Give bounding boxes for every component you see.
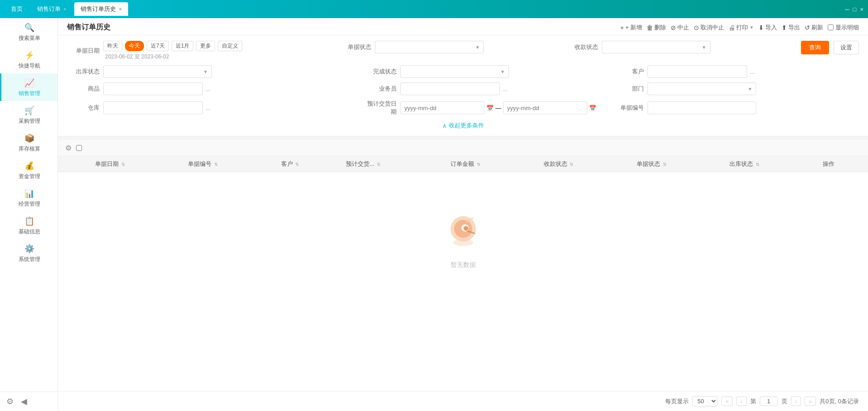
table-area: ⚙ 单据日期 ⇅ 单据编号 ⇅: [58, 140, 868, 391]
payment-status-select[interactable]: ▼: [602, 41, 710, 53]
sidebar-item-system[interactable]: ⚙️ 系统管理: [0, 239, 58, 267]
close-tab-sales-order-icon[interactable]: ×: [63, 6, 66, 12]
th-outbound-status[interactable]: 出库状态 ⇅: [725, 156, 818, 172]
window-minimize-icon[interactable]: ─: [845, 6, 849, 13]
refresh-button[interactable]: ↺ 刷新: [805, 24, 823, 32]
sidebar-item-management[interactable]: 📊 经营管理: [0, 184, 58, 212]
delete-icon: 🗑: [647, 24, 653, 31]
svg-point-4: [464, 226, 468, 231]
new-label: + 新增: [625, 24, 642, 32]
th-order-status[interactable]: 单据状态 ⇅: [632, 156, 725, 172]
warehouse-dots[interactable]: ...: [206, 105, 211, 111]
delete-button[interactable]: 🗑 删除: [647, 24, 666, 32]
page-input[interactable]: 1: [760, 396, 778, 406]
per-page-select[interactable]: 50 10 20 100: [692, 396, 718, 406]
sidebar-item-inventory[interactable]: 📦 库存核算: [0, 129, 58, 156]
refresh-icon: ↺: [805, 24, 810, 31]
date-yesterday-btn[interactable]: 昨天: [103, 41, 122, 51]
department-select[interactable]: ▼: [647, 82, 756, 95]
date-from-input[interactable]: [400, 102, 484, 114]
sidebar-bottom: ⚙ ◀: [0, 392, 58, 411]
complete-status-select[interactable]: ▼: [400, 65, 509, 78]
warehouse-label: 仓库: [67, 104, 103, 112]
collapse-bar[interactable]: ∧ 收起更多条件: [67, 119, 859, 131]
outbound-status-select[interactable]: ▼: [103, 65, 212, 78]
th-amount[interactable]: 订单金额 ⇅: [446, 156, 539, 172]
sidebar: 🔍 搜索菜单 ⚡ 快捷导航 📈 销售管理 🛒 采购管理 📦 库存核算 💰 资金管…: [0, 18, 58, 411]
action-btns: 查询 设置: [801, 41, 859, 54]
select-all-checkbox[interactable]: [76, 145, 82, 151]
th-expected-date[interactable]: 预计交货... ⇅: [341, 156, 446, 172]
tab-home[interactable]: 首页: [5, 2, 29, 16]
tab-sales-order-history[interactable]: 销售订单历史 ×: [74, 2, 128, 16]
customer-dots[interactable]: ...: [750, 68, 755, 75]
date-7days-btn[interactable]: 近7天: [147, 41, 169, 51]
sidebar-management-label: 经营管理: [19, 200, 40, 208]
window-close-icon[interactable]: ×: [860, 6, 863, 13]
th-order-no-sort-icon: ⇅: [214, 162, 218, 167]
th-checkbox: [74, 156, 91, 172]
last-page-button[interactable]: »: [805, 396, 816, 406]
sidebar-item-finance[interactable]: 💰 资金管理: [0, 156, 58, 184]
product-input[interactable]: [103, 82, 203, 95]
stop-label: 中止: [677, 24, 689, 32]
stop-button[interactable]: ⊘ 中止: [671, 24, 689, 32]
print-button[interactable]: 🖨 打印 ▼: [729, 24, 754, 32]
sidebar-item-quicknav[interactable]: ⚡ 快捷导航: [0, 46, 58, 73]
first-page-button[interactable]: «: [721, 396, 733, 406]
per-page-label: 每页显示: [665, 397, 689, 406]
sidebar-item-sales[interactable]: 📈 销售管理: [0, 73, 58, 101]
sidebar-item-search[interactable]: 🔍 搜索菜单: [0, 18, 58, 46]
next-page-button[interactable]: ›: [791, 396, 801, 406]
collapse-up-icon: ∧: [442, 122, 447, 129]
close-tab-sales-order-history-icon[interactable]: ×: [119, 6, 121, 12]
outbound-status-label: 出库状态: [67, 68, 103, 76]
new-button[interactable]: + + 新增: [620, 24, 642, 32]
import-button[interactable]: ⬇ 导入: [758, 24, 777, 32]
payment-status-chevron-icon: ▼: [702, 45, 706, 50]
order-no-input[interactable]: [647, 102, 756, 114]
sidebar-item-basic-info[interactable]: 📋 基础信息: [0, 212, 58, 239]
date-1month-btn[interactable]: 近1月: [172, 41, 194, 51]
date-separator: —: [495, 105, 501, 111]
window-maximize-icon[interactable]: □: [853, 6, 857, 13]
cancel-stop-icon: ⊙: [694, 24, 699, 31]
tab-sales-order[interactable]: 销售订单 ×: [31, 2, 72, 16]
calendar-from-icon[interactable]: 📅: [486, 105, 494, 111]
th-payment-status[interactable]: 收款状态 ⇅: [539, 156, 632, 172]
date-more-btn[interactable]: 更多: [196, 41, 215, 51]
customer-label: 客户: [611, 68, 647, 76]
customer-input[interactable]: [647, 65, 747, 78]
sidebar-settings-icon[interactable]: ⚙: [6, 396, 14, 406]
cancel-stop-button[interactable]: ⊙ 取消中止: [694, 24, 724, 32]
setting-button[interactable]: 设置: [834, 41, 859, 54]
th-order-no[interactable]: 单据编号 ⇅: [183, 156, 276, 172]
calendar-to-icon[interactable]: 📅: [589, 105, 596, 111]
table-toolbar: ⚙: [58, 140, 868, 156]
sidebar-collapse-icon[interactable]: ◀: [21, 396, 27, 406]
salesperson-dots[interactable]: ...: [503, 86, 508, 92]
sidebar-item-purchase[interactable]: 🛒 采购管理: [0, 101, 58, 129]
order-status-chevron-icon: ▼: [475, 45, 480, 50]
salesperson-input[interactable]: [400, 82, 500, 95]
order-status-select[interactable]: ▼: [375, 41, 484, 53]
warehouse-input[interactable]: [103, 102, 203, 114]
prev-page-button[interactable]: ‹: [736, 396, 746, 406]
show-detail-checkbox[interactable]: [828, 24, 834, 30]
page-unit: 页: [782, 397, 787, 406]
query-button[interactable]: 查询: [801, 41, 829, 54]
date-label: 单据日期: [67, 47, 103, 55]
th-order-status-label: 单据状态: [637, 160, 660, 167]
export-button[interactable]: ⬆ 导出: [782, 24, 800, 32]
date-to-input[interactable]: [503, 102, 587, 114]
main-content: 销售订单历史 + + 新增 🗑 删除 ⊘ 中止 ⊙ 取消中止: [58, 18, 868, 411]
product-dots[interactable]: ...: [206, 86, 211, 92]
date-custom-btn[interactable]: 自定义: [218, 41, 242, 51]
date-today-btn[interactable]: 今天: [125, 41, 144, 51]
filter-area: 单据日期 昨天 今天 近7天 近1月 更多 自定义 2023-06-02 至 2…: [58, 35, 868, 136]
th-expected-date-sort-icon: ⇅: [377, 162, 380, 167]
table-settings-icon[interactable]: ⚙: [65, 144, 72, 152]
th-customer[interactable]: 客户 ⇅: [277, 156, 341, 172]
th-date[interactable]: 单据日期 ⇅: [91, 156, 183, 172]
tab-list: 首页 销售订单 × 销售订单历史 ×: [5, 2, 845, 16]
